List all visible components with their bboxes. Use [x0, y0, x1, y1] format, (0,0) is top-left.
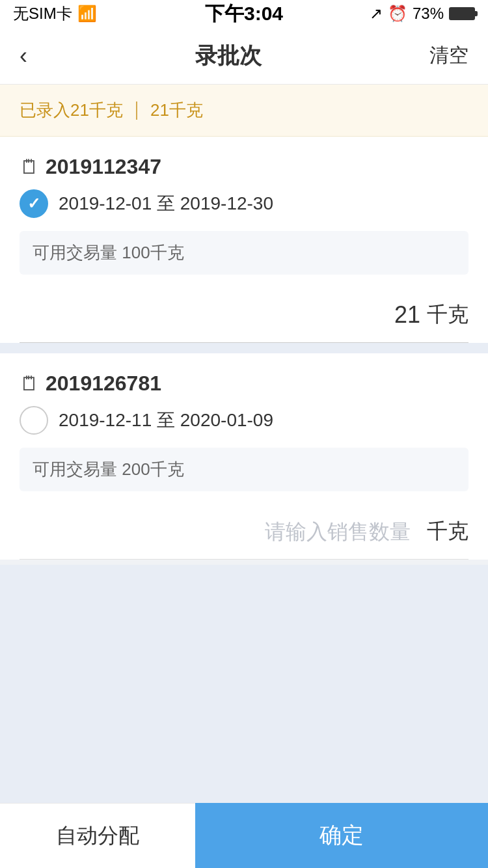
batch1-date: 2019-12-01 至 2019-12-30 — [59, 191, 273, 216]
info-banner: 已录入21千克 21千克 — [0, 85, 488, 137]
batch1-qty-value: 21 — [394, 301, 420, 329]
auto-distribute-button[interactable]: 自动分配 — [0, 803, 195, 868]
status-left: 无SIM卡 📶 — [13, 3, 97, 24]
sim-text: 无SIM卡 — [13, 3, 72, 24]
battery-icon — [449, 7, 475, 20]
location-icon: ↗ — [370, 5, 383, 23]
batch2-id: 2019126781 — [46, 372, 161, 396]
batch2-qty-input[interactable] — [159, 520, 420, 544]
recorded-label: 已录入21千克 — [20, 99, 123, 122]
status-bar: 无SIM卡 📶 下午3:04 ↗ ⏰ 73% — [0, 0, 488, 27]
status-time: 下午3:04 — [205, 1, 283, 27]
batch2-header: 🗒 2019126781 — [20, 372, 468, 396]
batch1-header: 🗒 2019112347 — [20, 155, 468, 179]
batch1-qty-row: 21 千克 — [0, 290, 488, 342]
section-divider — [0, 343, 488, 353]
batch1-available: 可用交易量 100千克 — [20, 231, 468, 275]
clear-button[interactable]: 清空 — [429, 42, 468, 69]
batch2-date: 2019-12-11 至 2020-01-09 — [59, 408, 273, 433]
recorded-value: 21千克 — [150, 99, 203, 122]
batch2-check-icon: ✓ — [27, 411, 40, 429]
confirm-button[interactable]: 确定 — [195, 803, 488, 868]
banner-divider — [136, 102, 137, 120]
batch1-qty-unit: 千克 — [427, 301, 468, 329]
batch2-card: 🗒 2019126781 ✓ 2019-12-11 至 2020-01-09 可… — [0, 353, 488, 560]
batch1-card: 🗒 2019112347 ✓ 2019-12-01 至 2019-12-30 可… — [0, 137, 488, 343]
bottom-bar: 自动分配 确定 — [0, 803, 488, 868]
batch2-date-row: ✓ 2019-12-11 至 2020-01-09 — [20, 406, 468, 435]
batch2-item: 🗒 2019126781 ✓ 2019-12-11 至 2020-01-09 可… — [0, 353, 488, 491]
batch1-radio[interactable]: ✓ — [20, 189, 48, 218]
status-right: ↗ ⏰ 73% — [370, 5, 475, 23]
wifi-icon: 📶 — [77, 5, 97, 23]
batch1-check-icon: ✓ — [27, 195, 40, 213]
nav-bar: ‹ 录批次 清空 — [0, 27, 488, 85]
batch1-id: 2019112347 — [46, 155, 161, 179]
alarm-icon: ⏰ — [388, 5, 407, 23]
battery-text: 73% — [413, 5, 444, 23]
batch1-item: 🗒 2019112347 ✓ 2019-12-01 至 2019-12-30 可… — [0, 137, 488, 275]
batch2-qty-unit: 千克 — [427, 517, 468, 546]
batch2-icon: 🗒 — [20, 373, 39, 395]
back-button[interactable]: ‹ — [20, 42, 27, 70]
batch1-date-row: ✓ 2019-12-01 至 2019-12-30 — [20, 189, 468, 218]
page-title: 录批次 — [195, 41, 262, 71]
batch2-radio[interactable]: ✓ — [20, 406, 48, 435]
batch2-available: 可用交易量 200千克 — [20, 448, 468, 491]
batch2-underline — [20, 559, 468, 560]
batch2-input-row: 千克 — [0, 507, 488, 559]
batch1-icon: 🗒 — [20, 156, 39, 178]
